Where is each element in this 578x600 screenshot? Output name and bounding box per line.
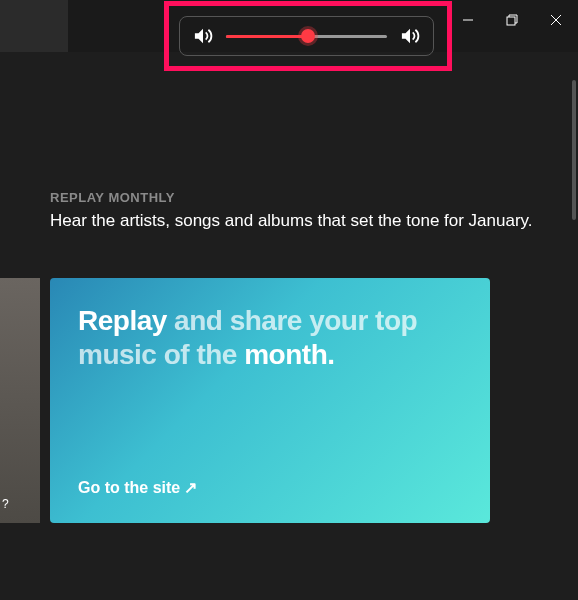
cta-text: Go to the site — [78, 479, 180, 497]
minimize-button[interactable] — [446, 0, 490, 40]
card-title-strong-2: month. — [244, 339, 334, 370]
volume-slider[interactable] — [226, 34, 387, 38]
section-heading: Hear the artists, songs and albums that … — [50, 209, 558, 233]
volume-control[interactable] — [179, 16, 434, 56]
content-area: REPLAY MONTHLY Hear the artists, songs a… — [50, 190, 558, 251]
card-title: Replay and share your top music of the m… — [78, 304, 462, 371]
arrow-up-right-icon: ↗ — [184, 478, 197, 497]
card-title-strong-1: Replay — [78, 305, 167, 336]
volume-down-icon[interactable] — [192, 27, 214, 45]
volume-fill — [226, 35, 308, 38]
window-controls — [446, 0, 578, 40]
volume-up-icon[interactable] — [399, 27, 421, 45]
section-label: REPLAY MONTHLY — [50, 190, 558, 205]
close-button[interactable] — [534, 0, 578, 40]
card-cta[interactable]: Go to the site ↗ — [78, 478, 462, 497]
replay-card[interactable]: Replay and share your top music of the m… — [50, 278, 490, 523]
peek-text: ? — [2, 497, 9, 511]
volume-thumb[interactable] — [301, 29, 315, 43]
top-bar-left-block — [0, 0, 68, 52]
svg-rect-1 — [507, 17, 515, 25]
scrollbar[interactable] — [572, 80, 576, 220]
maximize-button[interactable] — [490, 0, 534, 40]
previous-card-peek[interactable]: ? — [0, 278, 40, 523]
